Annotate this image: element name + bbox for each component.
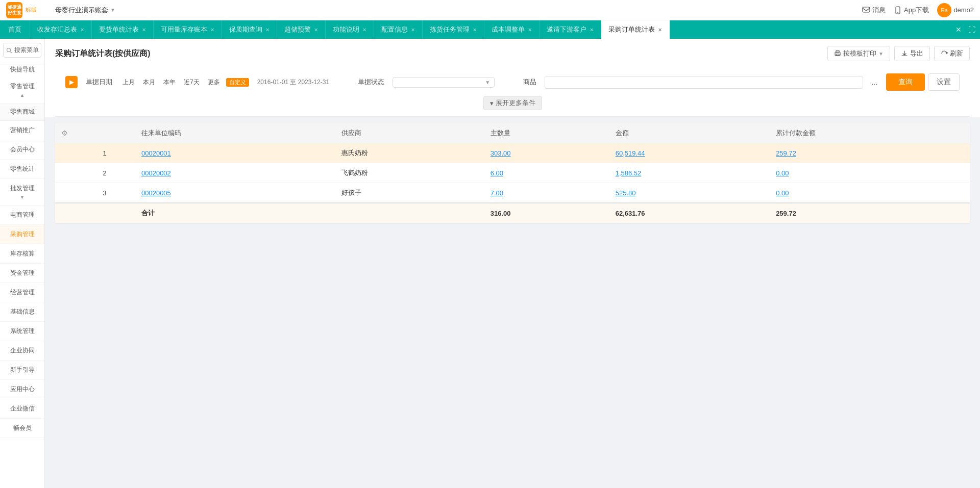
- close-all-tabs-btn[interactable]: ✕: [952, 23, 965, 36]
- filter-toggle-btn[interactable]: ▶: [65, 76, 78, 88]
- tab-overstock-warning[interactable]: 超储预警 ✕: [277, 20, 326, 39]
- tab-receive-pay-close[interactable]: ✕: [80, 27, 84, 33]
- avatar: Ea: [937, 3, 951, 17]
- sidebar-item-label-ecom-mgmt: 电商管理: [10, 211, 35, 219]
- sidebar-item-vip[interactable]: 畅会员: [0, 419, 44, 438]
- tab-task-mgmt-close[interactable]: ✕: [473, 27, 477, 33]
- product-label: 商品: [523, 78, 536, 87]
- expand-btn[interactable]: ▾ 展开更多条件: [483, 96, 542, 110]
- export-icon: [901, 50, 908, 57]
- search-btn[interactable]: 查询: [886, 73, 925, 91]
- tab-invite-downstream-close[interactable]: ✕: [590, 27, 594, 33]
- shortcut-this-year[interactable]: 本年: [161, 77, 178, 88]
- sidebar-item-basic-info[interactable]: 基础信息: [0, 302, 44, 322]
- tab-goods-stats-close[interactable]: ✕: [142, 27, 146, 33]
- row-paid-amount[interactable]: 259.72: [770, 143, 970, 163]
- tab-purchase-stats[interactable]: 采购订单统计表 ✕: [601, 20, 670, 39]
- tab-config-info-label: 配置信息: [381, 25, 408, 34]
- page-header: 采购订单统计表(按供应商) 按模板打印 ▼ 导出 刷新: [45, 39, 980, 117]
- tab-config-info[interactable]: 配置信息 ✕: [374, 20, 423, 39]
- sidebar-item-operation-mgmt[interactable]: 经营管理: [0, 283, 44, 302]
- sidebar-item-retail-mgmt[interactable]: 零售管理 ▲: [0, 77, 44, 104]
- sidebar-item-label-retail-mgmt: 零售管理: [10, 82, 35, 91]
- sidebar-item-purchase-mgmt[interactable]: 采购管理: [0, 225, 44, 244]
- sidebar-item-app-center[interactable]: 应用中心: [0, 380, 44, 399]
- shortcut-this-month[interactable]: 本月: [141, 77, 157, 88]
- footer-supplier-cell: [335, 203, 484, 223]
- row-paid-amount[interactable]: 0.00: [770, 183, 970, 203]
- shortcut-7days[interactable]: 近7天: [182, 77, 202, 88]
- sidebar-item-sys-mgmt[interactable]: 系统管理: [0, 322, 44, 341]
- row-main-qty[interactable]: 303.00: [484, 143, 609, 163]
- username: demo2: [953, 6, 974, 14]
- sidebar-item-retail-stats[interactable]: 零售统计: [0, 160, 44, 179]
- user-profile-btn[interactable]: Ea demo2: [937, 3, 974, 17]
- row-amount[interactable]: 525.80: [609, 183, 770, 203]
- tab-invite-downstream[interactable]: 邀请下游客户 ✕: [540, 20, 601, 39]
- tab-goods-stats[interactable]: 要货单统计表 ✕: [92, 20, 154, 39]
- more-filter-btn[interactable]: …: [871, 79, 878, 86]
- sidebar-item-label-operation-mgmt: 经营管理: [10, 288, 35, 297]
- product-input[interactable]: [549, 79, 859, 86]
- sidebar-item-member-center[interactable]: 会员中心: [0, 140, 44, 160]
- sidebar-item-enterprise-collab[interactable]: 企业协同: [0, 341, 44, 361]
- table-row[interactable]: 1 00020001 惠氏奶粉 303.00 60,519.44 259.72: [55, 143, 970, 163]
- print-btn[interactable]: 按模板打印 ▼: [827, 46, 890, 61]
- sidebar-item-enterprise-wechat[interactable]: 企业微信: [0, 399, 44, 419]
- messages-label: 消息: [872, 6, 886, 15]
- tab-cost-adjust-close[interactable]: ✕: [528, 27, 532, 33]
- sidebar-quick-nav-btn[interactable]: 快捷导航: [0, 62, 44, 77]
- sidebar-item-batch-mgmt[interactable]: 批发管理 ▼: [0, 179, 44, 206]
- refresh-btn[interactable]: 刷新: [934, 46, 970, 61]
- tab-func-desc[interactable]: 功能说明 ✕: [326, 20, 374, 39]
- setting-btn[interactable]: 设置: [928, 73, 960, 91]
- tab-receive-pay[interactable]: 收发存汇总表 ✕: [30, 20, 92, 39]
- gear-icon[interactable]: ⚙: [61, 129, 68, 137]
- row-amount[interactable]: 1,586.52: [609, 163, 770, 183]
- table-row[interactable]: 3 00020005 好孩子 7.00 525.80 0.00: [55, 183, 970, 203]
- tab-config-info-close[interactable]: ✕: [411, 27, 415, 33]
- row-num: 3: [74, 183, 135, 203]
- tab-purchase-stats-close[interactable]: ✕: [658, 27, 662, 33]
- status-select[interactable]: ▼: [393, 77, 495, 88]
- tab-cost-adjust[interactable]: 成本调整单 ✕: [484, 20, 540, 39]
- shortcut-more[interactable]: 更多: [206, 77, 222, 88]
- row-supplier-code[interactable]: 00020005: [135, 183, 335, 203]
- sidebar-item-retail-shop[interactable]: 零售商城: [0, 104, 44, 121]
- table-row[interactable]: 2 00020002 飞鹤奶粉 6.00 1,586.52 0.00: [55, 163, 970, 183]
- tab-task-mgmt[interactable]: 拣货任务管理 ✕: [423, 20, 484, 39]
- sidebar-item-ecom-mgmt[interactable]: 电商管理: [0, 206, 44, 225]
- sidebar-item-label-sys-mgmt: 系统管理: [10, 327, 35, 336]
- tab-expiry-query[interactable]: 保质期查询 ✕: [222, 20, 277, 39]
- refresh-btn-label: 刷新: [950, 49, 963, 58]
- data-table: ⚙ 往来单位编码 供应商 主数量 金额 累计付款金额 1 00020001 惠氏…: [55, 123, 970, 223]
- row-settings-cell: [55, 143, 74, 163]
- shortcut-last-month[interactable]: 上月: [120, 77, 137, 88]
- print-icon: [834, 50, 841, 57]
- maximize-btn[interactable]: ⛶: [966, 23, 978, 36]
- tab-expiry-query-close[interactable]: ✕: [265, 27, 270, 33]
- custom-date-tag[interactable]: 自定义: [226, 78, 249, 87]
- tab-usable-stock[interactable]: 可用量库存账本 ✕: [154, 20, 222, 39]
- sidebar-item-fund-mgmt[interactable]: 资金管理: [0, 264, 44, 283]
- row-paid-amount[interactable]: 0.00: [770, 163, 970, 183]
- sidebar-item-new-guide[interactable]: 新手引导: [0, 361, 44, 380]
- messages-btn[interactable]: 消息: [862, 6, 886, 15]
- export-btn[interactable]: 导出: [894, 46, 930, 61]
- row-amount[interactable]: 60,519.44: [609, 143, 770, 163]
- row-supplier-code[interactable]: 00020002: [135, 163, 335, 183]
- row-main-qty[interactable]: 7.00: [484, 183, 609, 203]
- tab-overstock-warning-close[interactable]: ✕: [314, 27, 318, 33]
- tab-func-desc-close[interactable]: ✕: [362, 27, 366, 33]
- tab-usable-stock-close[interactable]: ✕: [210, 27, 214, 33]
- row-supplier-code[interactable]: 00020001: [135, 143, 335, 163]
- sidebar-item-label-marketing: 营销推广: [10, 126, 35, 135]
- app-download-btn[interactable]: App下载: [894, 6, 929, 15]
- sidebar-search-btn[interactable]: 搜索菜单: [3, 43, 41, 58]
- workspace-selector[interactable]: 母婴行业演示账套 ▼: [51, 4, 119, 17]
- sidebar-item-marketing[interactable]: 营销推广: [0, 121, 44, 140]
- nav-tabs: 首页 收发存汇总表 ✕ 要货单统计表 ✕ 可用量库存账本 ✕ 保质期查询 ✕ 超…: [0, 20, 980, 39]
- tab-home[interactable]: 首页: [0, 20, 30, 39]
- row-main-qty[interactable]: 6.00: [484, 163, 609, 183]
- sidebar-item-stock-check[interactable]: 库存核算: [0, 244, 44, 264]
